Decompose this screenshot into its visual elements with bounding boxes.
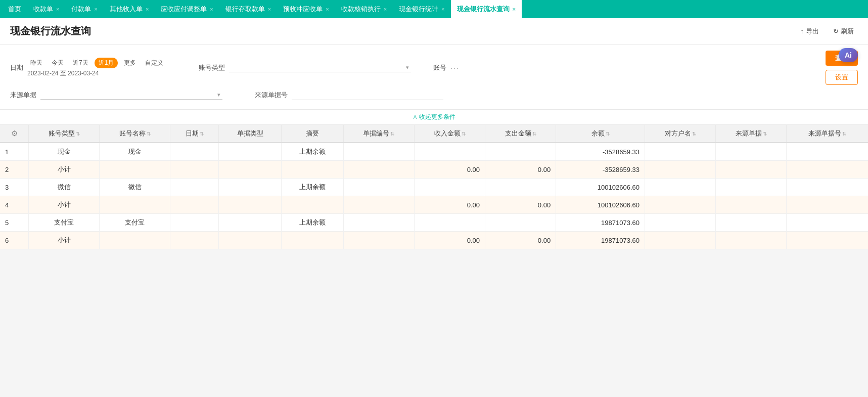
- date-btn-7days[interactable]: 近7天: [70, 58, 92, 68]
- close-bank-deposit-icon[interactable]: ×: [268, 0, 271, 18]
- table-cell: 100102606.60: [556, 179, 645, 196]
- close-receipt-icon[interactable]: ×: [56, 0, 59, 18]
- date-shortcuts: 昨天 今天 近7天 近1月 更多 自定义: [27, 58, 166, 68]
- col-account-name[interactable]: 账号名称⇅: [100, 125, 170, 143]
- settings-button[interactable]: 设置: [826, 70, 858, 85]
- col-doc-no[interactable]: 单据编号⇅: [343, 125, 414, 143]
- table-cell: [170, 179, 219, 196]
- date-btn-custom[interactable]: 自定义: [142, 58, 166, 68]
- page-header: 现金银行流水查询 ↑ 导出 ↻ 刷新: [0, 18, 868, 45]
- nav-receipt[interactable]: 收款单 ×: [27, 0, 65, 18]
- table-cell: [170, 214, 219, 232]
- nav-other-income[interactable]: 其他收入单 ×: [104, 0, 155, 18]
- table-cell: [343, 179, 414, 196]
- close-payment-icon[interactable]: ×: [94, 0, 97, 18]
- table-cell: [787, 179, 868, 196]
- table-cell: [645, 179, 715, 196]
- col-source-doc[interactable]: 来源单据⇅: [716, 125, 787, 143]
- source-doc-no-filter-group: 来源单据号: [255, 90, 443, 100]
- account-type-select[interactable]: ▾: [229, 63, 411, 72]
- table-cell: [485, 214, 556, 232]
- date-btn-yesterday[interactable]: 昨天: [27, 58, 45, 68]
- export-button[interactable]: ↑ 导出: [797, 25, 824, 38]
- table-container: ⚙ 账号类型⇅ 账号名称⇅ 日期⇅ 单据类型 摘要 单据编号⇅ 收入金额⇅ 支出…: [0, 125, 868, 249]
- col-gear[interactable]: ⚙: [0, 125, 29, 143]
- col-income[interactable]: 收入金额⇅: [414, 125, 485, 143]
- sort-doc-no-icon: ⇅: [390, 131, 394, 137]
- table-cell: 微信: [29, 179, 100, 196]
- col-source-doc-no[interactable]: 来源单据号⇅: [787, 125, 868, 143]
- sort-account-type-icon: ⇅: [76, 131, 80, 137]
- table-cell: [343, 161, 414, 179]
- nav-bank-flow[interactable]: 现金银行流水查询 ×: [451, 0, 522, 18]
- date-btn-1month[interactable]: 近1月: [95, 58, 118, 68]
- close-verify-icon[interactable]: ×: [384, 0, 387, 18]
- table-cell: 3: [0, 179, 29, 196]
- date-btn-more[interactable]: 更多: [121, 58, 139, 68]
- col-summary[interactable]: 摘要: [281, 125, 343, 143]
- table-cell: 支付宝: [29, 214, 100, 232]
- nav-verify[interactable]: 收款核销执行 ×: [335, 0, 393, 18]
- col-counterparty[interactable]: 对方户名⇅: [645, 125, 715, 143]
- table-cell: [219, 143, 281, 161]
- close-bank-flow-icon[interactable]: ×: [513, 0, 516, 18]
- collapse-label: 收起更多条件: [419, 113, 455, 120]
- table-cell: 小计: [29, 196, 100, 214]
- table-row: 2小计0.000.00-3528659.33: [0, 161, 868, 179]
- table-cell: 小计: [29, 161, 100, 179]
- col-account-type[interactable]: 账号类型⇅: [29, 125, 100, 143]
- close-other-income-icon[interactable]: ×: [146, 0, 149, 18]
- sort-income-icon: ⇅: [462, 131, 466, 137]
- gear-icon: ⚙: [11, 129, 18, 138]
- date-shortcuts-container: 昨天 今天 近7天 近1月 更多 自定义 2023-02-24 至 2023-0…: [27, 58, 166, 78]
- table-row: 3微信微信上期余额100102606.60: [0, 179, 868, 196]
- col-expense[interactable]: 支出金额⇅: [485, 125, 556, 143]
- table-body: 1现金现金上期余额-3528659.332小计0.000.00-3528659.…: [0, 143, 868, 249]
- nav-adjustment[interactable]: 应收应付调整单 ×: [155, 0, 219, 18]
- table-cell: [219, 232, 281, 249]
- date-range-display: 2023-02-24 至 2023-03-24: [27, 69, 166, 78]
- date-btn-today[interactable]: 今天: [49, 58, 67, 68]
- collapse-up-icon: ∧: [413, 113, 419, 120]
- table-cell: [787, 143, 868, 161]
- table-cell: 微信: [100, 179, 170, 196]
- table-cell: 0.00: [414, 196, 485, 214]
- col-date[interactable]: 日期⇅: [170, 125, 219, 143]
- table-cell: 现金: [100, 143, 170, 161]
- table-cell: [281, 196, 343, 214]
- table-cell: [787, 161, 868, 179]
- table-cell: 6: [0, 232, 29, 249]
- table-cell: [716, 214, 787, 232]
- refresh-button[interactable]: ↻ 刷新: [829, 25, 858, 38]
- table-cell: [787, 196, 868, 214]
- nav-bank-stats[interactable]: 现金银行统计 ×: [393, 0, 450, 18]
- table-cell: [219, 196, 281, 214]
- sort-expense-icon: ⇅: [532, 131, 536, 137]
- nav-home[interactable]: 首页: [2, 0, 27, 18]
- filter-row-2: 来源单据 ▾ 来源单据号: [10, 90, 858, 100]
- nav-payment[interactable]: 付款单 ×: [65, 0, 103, 18]
- export-icon: ↑: [801, 27, 804, 35]
- close-bank-stats-icon[interactable]: ×: [441, 0, 444, 18]
- col-doc-type[interactable]: 单据类型: [219, 125, 281, 143]
- account-more-dots[interactable]: ···: [450, 64, 460, 72]
- table-cell: 5: [0, 214, 29, 232]
- table-cell: [219, 161, 281, 179]
- source-doc-select[interactable]: ▾: [40, 91, 222, 100]
- date-filter-group: 日期 昨天 今天 近7天 近1月 更多 自定义 2023-02-24 至 202…: [10, 58, 166, 78]
- sort-date-icon: ⇅: [200, 131, 204, 137]
- col-balance[interactable]: 余额⇅: [556, 125, 645, 143]
- table-row: 6小计0.000.0019871073.60: [0, 232, 868, 249]
- close-adjustment-icon[interactable]: ×: [210, 0, 213, 18]
- sort-source-doc-icon: ⇅: [763, 131, 767, 137]
- header-actions: ↑ 导出 ↻ 刷新: [797, 25, 858, 38]
- close-prepay-icon[interactable]: ×: [326, 0, 329, 18]
- ai-badge[interactable]: Ai: [839, 48, 858, 62]
- sort-balance-icon: ⇅: [606, 131, 610, 137]
- table-cell: 上期余额: [281, 214, 343, 232]
- source-doc-no-input[interactable]: [292, 90, 443, 100]
- nav-prepay[interactable]: 预收冲应收单 ×: [277, 0, 335, 18]
- table-cell: -3528659.33: [556, 143, 645, 161]
- nav-bank-deposit[interactable]: 银行存取款单 ×: [219, 0, 277, 18]
- collapse-bar[interactable]: ∧ 收起更多条件: [0, 110, 868, 125]
